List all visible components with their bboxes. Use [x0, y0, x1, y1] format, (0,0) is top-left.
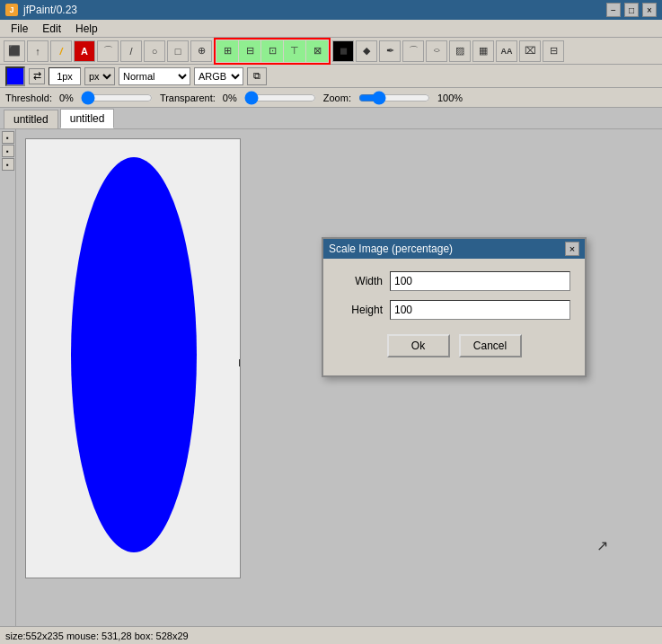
scale-tool-4[interactable]: ⊤	[284, 40, 305, 62]
threshold-value: 0%	[59, 93, 74, 103]
transparent-value: 0%	[223, 93, 237, 103]
menu-help[interactable]: Help	[68, 21, 105, 37]
select-tool[interactable]: ⊟	[543, 40, 564, 62]
options-bar: ⇄ px Normal ARGB ⧉	[0, 65, 662, 88]
zoom-slider[interactable]	[358, 92, 430, 104]
transparent-label: Transparent:	[160, 93, 216, 103]
width-row: Width	[338, 271, 570, 291]
scale-tool-5[interactable]: ⊠	[306, 40, 328, 62]
scale-tool-1[interactable]: ⊞	[216, 40, 238, 62]
swap-colors-button[interactable]: ⇄	[29, 68, 45, 84]
line-tool[interactable]: /	[120, 40, 142, 62]
highlighted-tool-group: ⊞ ⊟ ⊡ ⊤ ⊠	[214, 38, 331, 65]
text2-tool[interactable]: AA	[496, 40, 517, 62]
dialog-body: Width Height Ok Cancel	[323, 259, 585, 375]
tool-sidebar: ▪ ▪ ▪	[0, 129, 16, 626]
dialog-buttons: Ok Cancel	[338, 329, 570, 366]
size-dropdown[interactable]: px	[84, 67, 115, 85]
gradient-tool[interactable]: ▦	[472, 40, 494, 62]
menu-edit[interactable]: Edit	[35, 21, 68, 37]
height-row: Height	[338, 300, 570, 320]
brush-tool[interactable]: /	[50, 40, 72, 62]
curve-tool[interactable]: ⌒	[97, 40, 119, 62]
dialog-title: Scale Image (percentage)	[329, 243, 453, 255]
brush-size-input[interactable]	[49, 67, 81, 85]
arc-tool[interactable]: ⌔	[426, 40, 447, 62]
tab-untitled-1[interactable]: untitled	[4, 110, 58, 128]
toolbar: ⬛ ↑ / A ⌒ / ○ □ ⊕ ⊞ ⊟ ⊡ ⊤ ⊠ ◼ ◆ ✒ ⌒ ⌔ ▨ …	[0, 38, 662, 65]
text-tool[interactable]: A	[74, 40, 95, 62]
ok-button[interactable]: Ok	[387, 334, 450, 357]
color-swatch-tool2[interactable]: ◆	[356, 40, 377, 62]
title-bar-controls: − □ ×	[606, 3, 657, 17]
title-bar: J jfPaint/0.23 − □ ×	[0, 0, 662, 20]
minimize-button[interactable]: −	[606, 3, 621, 17]
scale-tool-2[interactable]: ⊟	[239, 40, 260, 62]
threshold-slider[interactable]	[81, 92, 153, 104]
app-title: jfPaint/0.23	[23, 4, 77, 16]
width-label: Width	[338, 275, 383, 287]
special-tool[interactable]: ⊕	[190, 40, 212, 62]
dialog-overlay: Scale Image (percentage) × Width Height …	[16, 129, 662, 626]
scale-tool-3[interactable]: ⊡	[261, 40, 283, 62]
arrow-up-tool[interactable]: ↑	[27, 40, 49, 62]
canvas-area: Scale Image (percentage) × Width Height …	[16, 129, 662, 626]
rect-tool[interactable]: □	[167, 40, 189, 62]
threshold-bar: Threshold: 0% Transparent: 0% Zoom: 100%	[0, 88, 662, 108]
ellipse-tool[interactable]: ○	[144, 40, 165, 62]
height-input[interactable]	[390, 300, 570, 320]
main-area: ▪ ▪ ▪ Scale Image (percentage) × W	[0, 129, 662, 626]
threshold-label: Threshold:	[5, 93, 52, 103]
menu-file[interactable]: File	[4, 21, 35, 37]
sidebar-tool-2[interactable]: ▪	[2, 145, 14, 157]
zoom-value: 100%	[437, 93, 463, 103]
cancel-button[interactable]: Cancel	[459, 334, 522, 357]
sidebar-tool-3[interactable]: ▪	[2, 158, 14, 171]
blur-tool[interactable]: ▨	[449, 40, 471, 62]
status-text: size:552x235 mouse: 531,28 box: 528x29	[5, 631, 189, 641]
transparent-slider-container	[244, 92, 316, 104]
curve2-tool[interactable]: ⌒	[402, 40, 424, 62]
menu-bar: File Edit Help	[0, 20, 662, 38]
app-icon: J	[5, 4, 18, 16]
maximize-button[interactable]: □	[624, 3, 639, 17]
eraser-tool[interactable]: ⌧	[519, 40, 541, 62]
scale-dialog: Scale Image (percentage) × Width Height …	[322, 237, 587, 377]
width-input[interactable]	[390, 271, 570, 291]
color-swatch-tool[interactable]: ◼	[332, 40, 354, 62]
paint-bucket-tool[interactable]: ⬛	[4, 40, 25, 62]
color-format-dropdown[interactable]: ARGB	[194, 67, 243, 85]
pipette-tool[interactable]: ✒	[379, 40, 401, 62]
copy-color-button[interactable]: ⧉	[247, 67, 267, 85]
zoom-slider-container	[358, 92, 430, 104]
title-bar-left: J jfPaint/0.23	[5, 4, 77, 16]
status-bar: size:552x235 mouse: 531,28 box: 528x29	[0, 626, 662, 644]
zoom-label: Zoom:	[323, 93, 351, 103]
height-label: Height	[338, 304, 383, 316]
tab-untitled-2[interactable]: untitled	[60, 109, 115, 128]
dialog-close-button[interactable]: ×	[565, 242, 579, 256]
dialog-title-bar: Scale Image (percentage) ×	[323, 239, 585, 259]
sidebar-tool-1[interactable]: ▪	[2, 131, 14, 144]
transparent-slider[interactable]	[244, 92, 316, 104]
threshold-slider-container	[81, 92, 153, 104]
foreground-color-swatch[interactable]	[5, 66, 25, 86]
blend-mode-dropdown[interactable]: Normal	[119, 67, 190, 85]
tabs-bar: untitled untitled	[0, 108, 662, 129]
close-button[interactable]: ×	[642, 3, 657, 17]
